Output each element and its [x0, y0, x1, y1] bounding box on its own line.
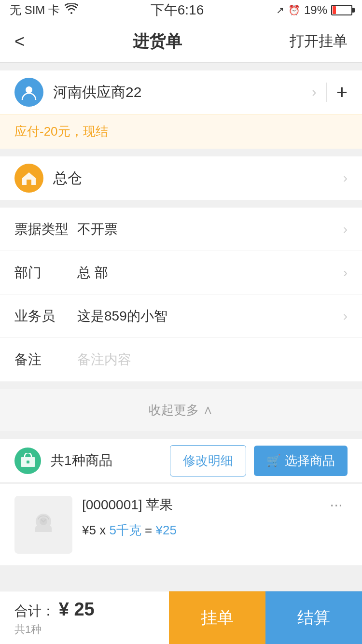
collapse-bar[interactable]: 收起更多 ∧: [0, 389, 362, 431]
supplier-name: 河南供应商22: [53, 83, 307, 102]
quantity: 5千克: [109, 523, 141, 537]
invoice-row[interactable]: 票据类型 不开票 ›: [0, 208, 362, 251]
total-row: 合计： ¥ 25: [14, 599, 154, 620]
content: 河南供应商22 › + 应付-20元，现结 总仓 › 票据类型 不开票 ›: [0, 63, 362, 623]
supplier-chevron-icon: ›: [312, 84, 316, 100]
dept-label: 部门: [14, 264, 77, 282]
dept-value: 总 部: [77, 264, 338, 282]
status-right: ↗ ⏰ 19%: [276, 3, 352, 17]
supplier-section: 河南供应商22 › + 应付-20元，现结: [0, 70, 362, 149]
collapse-label: 收起更多 ∧: [149, 403, 213, 417]
hang-order-button[interactable]: 挂单: [169, 591, 265, 644]
warehouse-chevron-icon: ›: [343, 170, 348, 186]
separator-2: [0, 431, 362, 439]
product-price: ¥5 x 5千克 = ¥25: [82, 522, 315, 539]
wifi-icon: [65, 3, 78, 17]
product-item: [0000001] 苹果 ¥5 x 5千克 = ¥25 ···: [0, 484, 362, 565]
salesman-value: 这是859的小智: [77, 307, 338, 325]
location-icon: ↗: [276, 4, 284, 16]
select-product-label: 选择商品: [285, 452, 335, 469]
svg-rect-1: [27, 180, 31, 185]
separator-3: [0, 482, 362, 483]
warehouse-icon: [14, 164, 43, 193]
warehouse-section[interactable]: 总仓 ›: [0, 156, 362, 200]
supplier-row[interactable]: 河南供应商22 › +: [0, 70, 362, 114]
carrier-label: 无 SIM 卡: [10, 2, 60, 18]
svg-rect-3: [27, 461, 29, 463]
product-name: [0000001] 苹果: [82, 496, 315, 514]
edit-details-button[interactable]: 修改明细: [170, 445, 246, 476]
product-title: 苹果: [146, 497, 173, 512]
unit-price: ¥5: [82, 523, 96, 537]
battery-percent: 19%: [304, 3, 327, 17]
form-section: 票据类型 不开票 › 部门 总 部 › 业务员 这是859的小智 › 备注 备注…: [0, 208, 362, 381]
remark-placeholder[interactable]: 备注内容: [77, 350, 348, 369]
back-button[interactable]: <: [14, 31, 25, 52]
separator-1: [0, 63, 362, 70]
supplier-avatar: [14, 78, 43, 107]
product-info: [0000001] 苹果 ¥5 x 5千克 = ¥25: [82, 496, 315, 539]
remark-label: 备注: [14, 350, 77, 369]
invoice-value: 不开票: [77, 220, 338, 238]
total-sub: 共1种: [14, 622, 154, 637]
salesman-chevron-icon: ›: [343, 308, 348, 324]
open-hang-button[interactable]: 打开挂单: [290, 31, 348, 51]
products-count: 共1种商品: [51, 451, 170, 470]
supplier-divider: [326, 83, 327, 102]
invoice-chevron-icon: ›: [343, 222, 348, 237]
invoice-label: 票据类型: [14, 220, 77, 238]
total-label: 合计：: [14, 603, 55, 618]
bottom-bar: 合计： ¥ 25 共1种 挂单 结算: [0, 591, 362, 644]
equals-sign: =: [145, 523, 155, 537]
nav-bar: < 进货单 打开挂单: [0, 20, 362, 63]
dept-chevron-icon: ›: [343, 265, 348, 280]
remark-row[interactable]: 备注 备注内容: [0, 338, 362, 381]
total-section: 合计： ¥ 25 共1种: [0, 599, 169, 637]
select-product-button[interactable]: 🛒 选择商品: [254, 446, 348, 476]
select-product-icon: 🛒: [266, 454, 281, 467]
alarm-icon: ⏰: [288, 4, 300, 16]
warehouse-row[interactable]: 总仓 ›: [0, 156, 362, 200]
add-supplier-button[interactable]: +: [336, 83, 348, 102]
product-thumbnail: [14, 496, 72, 554]
warehouse-name: 总仓: [53, 168, 338, 188]
salesman-row[interactable]: 业务员 这是859的小智 ›: [0, 294, 362, 338]
price-separator: x: [99, 523, 109, 537]
svg-point-0: [26, 86, 32, 93]
total-amount: ¥ 25: [59, 599, 95, 619]
product-id: [0000001]: [82, 497, 146, 512]
total-price: ¥25: [156, 523, 177, 537]
status-time: 下午6:16: [151, 1, 204, 19]
products-icon: [14, 448, 41, 474]
checkout-button[interactable]: 结算: [265, 591, 362, 644]
battery-icon: [331, 5, 352, 15]
page-title: 进货单: [133, 30, 182, 53]
status-left: 无 SIM 卡: [10, 2, 78, 18]
product-more-button[interactable]: ···: [325, 496, 348, 514]
products-header: 共1种商品 修改明细 🛒 选择商品: [0, 439, 362, 482]
supplier-notice: 应付-20元，现结: [0, 114, 362, 149]
status-bar: 无 SIM 卡 下午6:16 ↗ ⏰ 19%: [0, 0, 362, 20]
salesman-label: 业务员: [14, 307, 77, 325]
dept-row[interactable]: 部门 总 部 ›: [0, 251, 362, 294]
